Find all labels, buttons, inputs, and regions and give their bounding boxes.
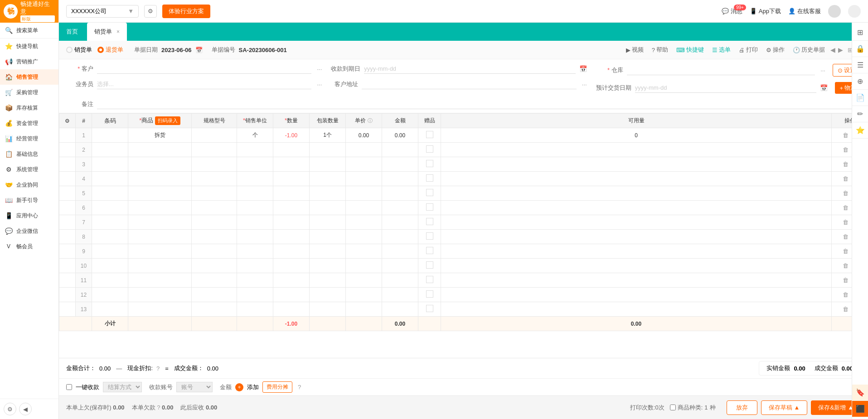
discard-button[interactable]: 放弃 [727, 400, 757, 415]
row-delete-icon[interactable]: 🗑 [843, 291, 849, 298]
video-btn[interactable]: ▶ 视频 [623, 44, 646, 55]
expected-date-input[interactable] [635, 83, 817, 93]
nav-prev-icon[interactable]: ◀ [830, 46, 835, 53]
row-spec-cell[interactable] [192, 288, 237, 302]
row-delete-icon[interactable]: 🗑 [843, 248, 849, 255]
row-price-cell[interactable] [346, 215, 382, 230]
right-panel-grid-icon[interactable]: ⊞ [852, 24, 868, 41]
row-price-cell[interactable] [346, 288, 382, 302]
row-spec-cell[interactable] [192, 143, 237, 157]
payment-account-select[interactable]: 账号 [176, 382, 213, 392]
gear-button[interactable]: ⚙ [144, 5, 157, 18]
gift-checkbox[interactable] [426, 174, 433, 182]
tab-close-icon[interactable]: × [116, 29, 120, 35]
online-service-button[interactable]: 👤 在线客服 [788, 7, 821, 15]
row-pkg-qty-cell[interactable] [310, 201, 346, 215]
gift-checkbox[interactable] [426, 261, 433, 269]
row-unit-cell[interactable] [237, 273, 273, 288]
row-unit-cell[interactable] [237, 201, 273, 215]
row-unit-cell[interactable] [237, 172, 273, 186]
row-pkg-qty-cell[interactable] [310, 230, 346, 244]
row-barcode-cell[interactable] [92, 244, 128, 259]
row-unit-cell[interactable] [237, 143, 273, 157]
right-panel-bookmark-icon[interactable]: 🔖 [852, 385, 868, 401]
sidebar-collapse-btn[interactable]: ◀ [19, 403, 32, 415]
sidebar-settings-btn[interactable]: ⚙ [4, 403, 16, 415]
row-qty-cell[interactable]: -1.00 [273, 128, 310, 143]
col-available-header[interactable]: 可用量 [441, 114, 832, 128]
due-date-input[interactable] [364, 64, 575, 74]
row-delete-icon[interactable]: 🗑 [843, 219, 849, 226]
warehouse-input[interactable]: 建材仓 [627, 65, 815, 75]
col-spec-header[interactable]: 规格型号 [192, 114, 237, 128]
row-product-cell[interactable] [128, 143, 192, 157]
row-price-cell[interactable] [346, 143, 382, 157]
row-unit-cell[interactable] [237, 215, 273, 230]
expense-split-btn[interactable]: 费用分摊 [262, 381, 292, 393]
row-pkg-qty-cell[interactable] [310, 244, 346, 259]
row-unit-cell[interactable] [237, 259, 273, 273]
price-info-icon[interactable]: ⓘ [368, 118, 373, 123]
row-pkg-qty-cell[interactable] [310, 143, 346, 157]
tab-home[interactable]: 首页 [59, 23, 85, 41]
scan-btn[interactable]: 扫码录入 [155, 116, 180, 125]
user-avatar-2[interactable] [848, 5, 861, 18]
row-amount-cell[interactable]: 0.00 [382, 128, 418, 143]
right-panel-star-icon[interactable]: ⭐ [852, 122, 868, 139]
select-btn[interactable]: ☰ 选单 [709, 44, 733, 55]
row-pkg-qty-cell[interactable] [310, 172, 346, 186]
right-panel-edit-icon[interactable]: ✏ [852, 106, 868, 122]
row-product-cell[interactable] [128, 302, 192, 317]
row-price-cell[interactable]: 0.00 [346, 128, 382, 143]
row-gift-cell[interactable] [418, 201, 441, 215]
nav-next-icon[interactable]: ▶ [838, 46, 843, 53]
row-spec-cell[interactable] [192, 302, 237, 317]
row-qty-cell[interactable] [273, 186, 310, 201]
row-spec-cell[interactable] [192, 201, 237, 215]
row-spec-cell[interactable] [192, 172, 237, 186]
col-gift-header[interactable]: 赠品 [418, 114, 441, 128]
row-unit-cell[interactable] [237, 157, 273, 172]
row-barcode-cell[interactable] [92, 215, 128, 230]
right-panel-doc-icon[interactable]: 📄 [852, 90, 868, 106]
row-qty-cell[interactable] [273, 259, 310, 273]
row-amount-cell[interactable] [382, 201, 418, 215]
gift-checkbox[interactable] [426, 145, 433, 153]
row-pkg-qty-cell[interactable] [310, 273, 346, 288]
row-amount-cell[interactable] [382, 143, 418, 157]
row-gift-cell[interactable] [418, 230, 441, 244]
row-amount-cell[interactable] [382, 259, 418, 273]
row-price-cell[interactable] [346, 302, 382, 317]
radio-sale[interactable]: 销货单 [66, 46, 92, 54]
col-amount-header[interactable]: 金额 [382, 114, 418, 128]
calendar-icon[interactable]: 📅 [195, 47, 203, 53]
sidebar-item-app-center[interactable]: 📱 应用中心 [0, 208, 58, 223]
row-qty-cell[interactable] [273, 157, 310, 172]
row-gift-cell[interactable] [418, 172, 441, 186]
sidebar-item-basics[interactable]: 📋 基础信息 [0, 146, 58, 162]
arrears-help-icon[interactable]: ? [157, 404, 160, 411]
row-unit-cell[interactable]: 个 [237, 128, 273, 143]
row-delete-icon[interactable]: 🗑 [843, 204, 849, 211]
row-delete-icon[interactable]: 🗑 [843, 146, 849, 153]
user-avatar[interactable] [828, 5, 841, 18]
right-panel-lock-icon[interactable]: 🔒 [852, 41, 868, 57]
row-barcode-cell[interactable] [92, 143, 128, 157]
row-product-cell[interactable] [128, 186, 192, 201]
row-product-cell[interactable] [128, 273, 192, 288]
row-gift-cell[interactable] [418, 128, 441, 143]
row-barcode-cell[interactable] [92, 302, 128, 317]
row-delete-icon[interactable]: 🗑 [843, 262, 849, 269]
row-spec-cell[interactable] [192, 259, 237, 273]
sidebar-item-operations[interactable]: 📊 经营管理 [0, 131, 58, 146]
row-barcode-cell[interactable] [92, 157, 128, 172]
customer-addr-input[interactable] [362, 79, 576, 89]
row-pkg-qty-cell[interactable]: 1个 [310, 128, 346, 143]
row-amount-cell[interactable] [382, 172, 418, 186]
row-spec-cell[interactable] [192, 186, 237, 201]
salesperson-lookup-icon[interactable]: ··· [317, 81, 322, 88]
row-barcode-cell[interactable] [92, 172, 128, 186]
expense-help-icon[interactable]: ? [298, 384, 301, 390]
add-cashflow-btn[interactable]: + [235, 383, 243, 391]
row-qty-cell[interactable] [273, 273, 310, 288]
